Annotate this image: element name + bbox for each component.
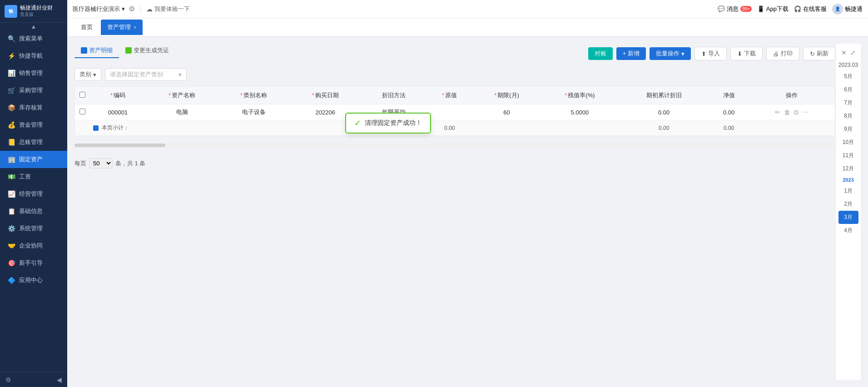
username: 畅捷通 — [845, 5, 863, 13]
month-item-8月[interactable]: 8月 — [838, 109, 858, 123]
sidebar-item-app-center[interactable]: 🔷 应用中心 — [0, 272, 67, 289]
online-service-button[interactable]: 🎧 在线客服 — [794, 5, 827, 13]
per-page-select[interactable]: 50 100 — [89, 158, 113, 169]
col-purchase-date: *购买日期 — [289, 87, 361, 104]
inventory-icon: 📦 — [7, 104, 15, 112]
print-button[interactable]: 🖨 打印 — [766, 47, 799, 60]
sidebar: 畅 畅捷通好业财 普及版 ▲ 🔍 搜索菜单 ⚡ 快捷导航 📊 销售管理 🛒 采购… — [0, 0, 67, 387]
sidebar-item-quick-nav[interactable]: ⚡ 快捷导航 — [0, 47, 67, 64]
experience-link[interactable]: ☁ 我要体验一下 — [146, 5, 190, 13]
month-item-11月[interactable]: 11月 — [838, 149, 858, 162]
collapse-icon[interactable]: ◀ — [57, 376, 62, 383]
company-name: 医疗器械行业演示 — [73, 5, 120, 13]
company-dropdown-icon[interactable]: ▾ — [122, 5, 125, 12]
month-item-12月[interactable]: 12月 — [838, 162, 858, 175]
sidebar-item-sales[interactable]: 📊 销售管理 — [0, 64, 67, 82]
panel-expand-icon[interactable]: ⤢ — [850, 49, 856, 56]
table: *编码 *资产名称 *类别名称 *购买日期 折旧方法 *原值 *期限(月) *残… — [75, 87, 835, 136]
tab-close-icon[interactable]: × — [134, 25, 136, 30]
sidebar-item-purchase[interactable]: 🛒 采购管理 — [0, 82, 67, 99]
month-item-3月[interactable]: 3月 — [838, 211, 858, 224]
reconcile-button[interactable]: 对账 — [588, 47, 613, 60]
subtotal-net: 0.00 — [709, 120, 749, 136]
month-item-1月[interactable]: 1月 — [838, 184, 858, 198]
message-badge: 99+ — [740, 6, 752, 12]
refresh-icon: ↻ — [810, 50, 815, 57]
cell-term: 60 — [473, 104, 541, 120]
app-download-button[interactable]: 📱 App下载 — [757, 5, 789, 13]
month-item-2月[interactable]: 2月 — [838, 198, 858, 211]
sidebar-item-search[interactable]: 🔍 搜索菜单 — [0, 30, 67, 47]
new-button[interactable]: + 新增 — [616, 47, 646, 60]
subtotal-icon — [93, 125, 99, 131]
sidebar-item-ledger[interactable]: 📒 总账管理 — [0, 134, 67, 151]
more-icon[interactable]: ⋯ — [802, 109, 808, 116]
change-voucher-icon — [125, 47, 132, 54]
panel-controls: ✕ ⤢ — [841, 47, 856, 58]
sub-tab-change-voucher[interactable]: 变更生成凭证 — [119, 44, 175, 58]
sidebar-item-label-basic-info: 基础信息 — [19, 207, 43, 215]
pagination-bar: 每页 50 100 条，共 1 条 — [74, 154, 835, 172]
sub-tab-asset-detail[interactable]: 资产明细 — [74, 44, 119, 58]
refresh-button[interactable]: ↻ 刷新 — [803, 47, 835, 60]
category-input[interactable]: 请选择固定资产类别 ▾ — [105, 68, 187, 81]
month-item-6月[interactable]: 6月 — [838, 83, 858, 96]
sidebar-scroll-up[interactable]: ▲ — [0, 23, 67, 30]
month-item-9月[interactable]: 9月 — [838, 123, 858, 136]
sidebar-item-guide[interactable]: 🎯 新手引导 — [0, 254, 67, 272]
panel-close-icon[interactable]: ✕ — [841, 49, 847, 56]
user-menu[interactable]: 👤 畅捷通 — [832, 4, 863, 15]
success-toast: ✓ 清理固定资产成功！ — [345, 113, 431, 134]
sidebar-item-fixed-assets[interactable]: 🏢 固定资产 — [0, 151, 67, 168]
row-checkbox[interactable] — [79, 109, 85, 114]
tab-home[interactable]: 首页 — [74, 20, 99, 35]
category-label: 类别 — [79, 70, 91, 79]
category-filter[interactable]: 类别 ▾ — [74, 68, 101, 81]
sidebar-item-inventory[interactable]: 📦 库存核算 — [0, 99, 67, 116]
sidebar-item-operations[interactable]: 📈 经营管理 — [0, 185, 67, 203]
month-item-10月[interactable]: 10月 — [838, 136, 858, 149]
sidebar-item-basic-info[interactable]: 📋 基础信息 — [0, 203, 67, 220]
year-label: 2023.03 — [838, 60, 859, 70]
sales-icon: 📊 — [7, 69, 15, 77]
scroll-bar-area[interactable] — [74, 140, 835, 151]
sub-tabs-toolbar-row: 资产明细 变更生成凭证 对账 + 新增 批量操作 ▾ — [74, 44, 835, 64]
download-icon: ⬇ — [737, 50, 742, 57]
toast-message: 清理固定资产成功！ — [365, 119, 422, 127]
export-button[interactable]: ⬆ 导入 — [694, 47, 727, 60]
message-button[interactable]: 💬 消息 99+ — [718, 5, 752, 13]
sidebar-item-label-quick-nav: 快捷导航 — [19, 52, 43, 60]
app-download-label: App下载 — [766, 5, 789, 13]
col-initial-accumulated: 期初累计折旧 — [619, 87, 709, 104]
copy-icon[interactable]: ⧉ — [794, 109, 799, 116]
asset-table: *编码 *资产名称 *类别名称 *购买日期 折旧方法 *原值 *期限(月) *残… — [74, 86, 835, 136]
message-icon: 💬 — [718, 5, 725, 12]
select-all-checkbox[interactable] — [79, 92, 85, 98]
sub-tabs: 资产明细 变更生成凭证 — [74, 44, 175, 58]
month-item-5月[interactable]: 5月 — [838, 70, 858, 83]
download-button[interactable]: ⬇ 下载 — [730, 47, 763, 60]
company-selector[interactable]: 医疗器械行业演示 ▾ — [73, 5, 125, 13]
col-net-value: 净值 — [709, 87, 749, 104]
settings-gear-icon[interactable]: ⚙ — [129, 5, 135, 13]
sidebar-item-enterprise[interactable]: 🤝 企业协同 — [0, 237, 67, 254]
sidebar-item-finance[interactable]: 💰 资金管理 — [0, 116, 67, 134]
month-item-4月[interactable]: 4月 — [838, 224, 858, 237]
sidebar-item-payroll[interactable]: 💵 工资 — [0, 168, 67, 185]
table-row: 000001 电脑 电子设备 202206 年限平均 60 5.0000 0.0… — [75, 104, 835, 120]
month-list: 5月6月7月8月9月10月11月12月20231月2月3月4月 — [838, 70, 858, 237]
delete-icon[interactable]: 🗑 — [784, 109, 790, 116]
settings-icon[interactable]: ⚙ — [5, 376, 11, 383]
print-icon: 🖨 — [773, 50, 779, 57]
month-item-7月[interactable]: 7月 — [838, 96, 858, 109]
online-service-label: 在线客服 — [803, 5, 827, 13]
edit-icon[interactable]: ✏ — [775, 109, 780, 116]
cell-original-value — [426, 104, 473, 120]
total-label: 条，共 1 条 — [115, 159, 145, 168]
bulk-operation-button[interactable]: 批量操作 ▾ — [650, 47, 691, 60]
app-center-icon: 🔷 — [7, 276, 15, 284]
sidebar-item-system[interactable]: ⚙️ 系统管理 — [0, 220, 67, 237]
col-code: *编码 — [89, 87, 146, 104]
col-residual-rate: *残值率(%) — [541, 87, 619, 104]
tab-asset-management[interactable]: 资产管理 × — [101, 20, 143, 35]
